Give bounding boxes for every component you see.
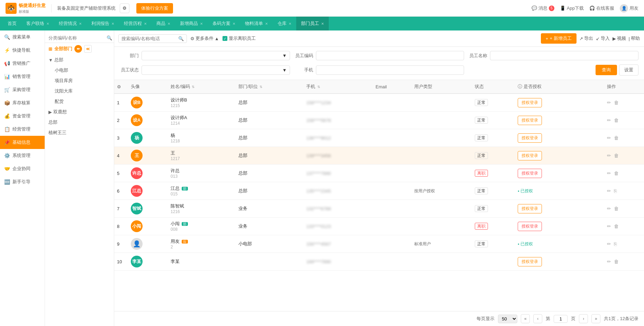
name-filter-input[interactable] [490,51,638,60]
sidebar-item-guide[interactable]: 🆕 新手引导 [0,175,45,188]
close-icon[interactable]: ✕ [79,22,82,26]
sort-icon[interactable]: ⇅ [192,85,194,89]
close-icon[interactable]: ✕ [289,22,291,26]
tab-history[interactable]: 经营历程 ✕ [119,17,152,30]
edit-icon[interactable]: ✏ [607,188,611,194]
auth-button[interactable]: 授权登录 [518,116,542,125]
close-icon[interactable]: ✕ [144,22,147,26]
sort-icon[interactable]: ⇅ [317,85,320,89]
auth-button[interactable]: 授权登录 [518,222,542,231]
dept-edit-button[interactable]: ✏ [74,45,82,53]
dept-collapse-button[interactable]: ≪ [84,45,92,53]
import-button[interactable]: ↙ 导入 [596,35,610,42]
tab-operation[interactable]: 经营情况 ✕ [54,17,87,30]
delete-icon[interactable]: 🗑 [614,223,619,229]
tab-barcode[interactable]: 条码方案 ✕ [208,17,240,30]
dept-item-project[interactable]: 项目库房 [45,76,114,86]
tab-profit[interactable]: 利润报告 ✕ [87,17,119,30]
close-icon[interactable]: ✕ [111,22,114,26]
help-button[interactable]: | 帮助 [629,35,640,42]
sidebar-item-search[interactable]: 🔍 搜索菜单 [0,30,45,44]
delete-icon[interactable]: 🗑 [614,135,619,141]
dept-item-distribution[interactable]: 配货 [45,96,114,107]
delete-icon[interactable]: 🗑 [614,100,619,105]
auth-button[interactable]: 授权登录 [518,133,542,143]
tab-warehouse[interactable]: 仓库 ✕ [273,17,296,30]
dept-item-headquarters-parent[interactable]: ▼ 总部 [45,55,114,65]
sidebar-item-finance[interactable]: 💰 资金管理 [0,109,45,123]
online-service-button[interactable]: 🎧 在线客服 [589,5,614,11]
delete-icon[interactable]: 🗑 [614,153,619,158]
edit-icon[interactable]: ✏ [607,153,611,158]
sidebar-item-sales[interactable]: 📊 销售管理 [0,70,45,83]
add-employee-button[interactable]: + + 新增员工 [541,33,577,44]
tab-home[interactable]: 首页 [3,17,21,30]
last-page-button[interactable]: » [591,314,600,323]
dept-item-hq[interactable]: 总部 [45,117,114,127]
sidebar-item-cooperation[interactable]: 🤝 企业协同 [0,162,45,175]
delete-icon[interactable]: 🗑 [614,259,619,264]
delete-icon[interactable]: 🗑 [614,117,619,123]
auth-button[interactable]: 授权登录 [518,257,542,266]
sidebar-item-basic[interactable]: 📌 基础信息 [0,136,45,149]
tab-bom[interactable]: 物料清单 ✕ [240,17,273,30]
close-icon[interactable]: ✕ [46,22,49,26]
status-filter-select[interactable]: ▼ [142,65,290,75]
all-dept-label[interactable]: 全部部门 [54,46,72,52]
phone-filter-input[interactable] [316,65,464,75]
dept-item-shenyang[interactable]: 沈阳大库 [45,86,114,96]
tab-goods[interactable]: 商品 ✕ [152,17,175,30]
app-download-button[interactable]: 📱 App下载 [560,5,584,11]
page-input[interactable] [554,315,568,323]
edit-icon[interactable]: ✏ [607,206,611,211]
close-icon[interactable]: ✕ [321,22,324,26]
search-input[interactable] [121,36,177,41]
view-button[interactable]: ▶ 视频 [613,35,626,42]
dept-item-zhishu[interactable]: 植树王三 [45,127,114,138]
edit-icon[interactable]: ✏ [607,117,611,123]
tab-department[interactable]: 部门员工 ✕ [296,17,329,30]
tab-customer[interactable]: 客户联络 ✕ [21,17,54,30]
auth-button[interactable]: 授权登录 [518,204,542,213]
sidebar-item-purchase[interactable]: 🛒 采购管理 [0,83,45,96]
prev-page-button[interactable]: ‹ [533,314,542,323]
sort-icon[interactable]: ⇅ [260,85,262,89]
close-icon[interactable]: ✕ [167,22,170,26]
auth-button[interactable]: 授权登录 [518,151,542,160]
user-area[interactable]: 👤 用友 [620,4,638,12]
delete-icon[interactable]: 🗑 [614,206,619,211]
edit-icon[interactable]: ✏ [607,100,611,105]
edit-icon[interactable]: ✏ [607,135,611,141]
page-size-select[interactable]: 50 100 200 [498,315,517,323]
show-resigned-toggle[interactable]: ✓ 显示离职员工 [223,35,256,42]
code-filter-input[interactable] [316,51,464,60]
close-icon[interactable]: ✕ [200,22,203,26]
sidebar-item-shortcut[interactable]: ⚡ 快捷导航 [0,44,45,57]
auth-button[interactable]: 授权登录 [518,169,542,178]
dept-item-shuanglu[interactable]: ▶ 双鹿想 [45,107,114,117]
copy-icon[interactable]: ⎘ [614,188,617,194]
close-icon[interactable]: ✕ [265,22,268,26]
more-conditions-button[interactable]: ⚙ 更多条件 ▲ [190,35,219,42]
edit-icon[interactable]: ✏ [607,170,611,176]
reset-button[interactable]: 设置 [619,64,638,76]
settings-icon[interactable]: ⚙ [117,84,121,89]
next-page-button[interactable]: › [579,314,588,323]
auth-button[interactable]: 授权登录 [518,98,542,107]
message-button[interactable]: 💬 消息 5 [532,5,554,11]
first-page-button[interactable]: « [521,314,530,323]
try-button[interactable]: 体验行业方案 [136,3,173,14]
delete-icon[interactable]: 🗑 [614,170,619,176]
settings-button[interactable]: ⚙ [120,3,129,13]
dept-filter-select[interactable]: ▼ [142,51,290,60]
sidebar-item-inventory[interactable]: 📦 库存核算 [0,96,45,109]
export-button[interactable]: ↗ 导出 [579,35,593,42]
dept-search-input[interactable] [48,35,107,41]
dept-item-electronics[interactable]: 小电部 [45,65,114,76]
edit-icon[interactable]: ✏ [607,241,611,247]
edit-icon[interactable]: ✏ [607,223,611,229]
sidebar-item-management[interactable]: 📋 经营管理 [0,123,45,136]
query-button[interactable]: 查询 [596,65,617,75]
copy-icon[interactable]: ⎘ [614,241,617,247]
close-icon[interactable]: ✕ [233,22,235,26]
